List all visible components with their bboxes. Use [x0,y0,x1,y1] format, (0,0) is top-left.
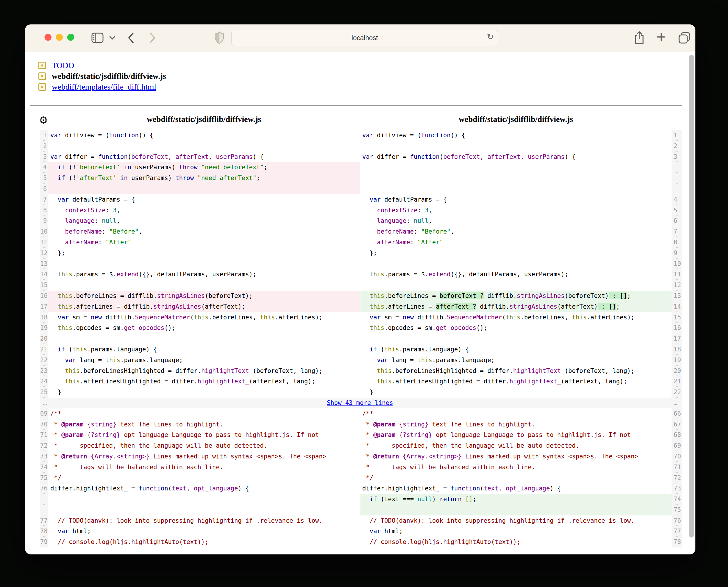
code-segment: "After" [417,239,443,246]
file-link-todo[interactable]: TODO [52,60,74,71]
code-segment: beforeName [65,228,102,235]
right-line-number: 3 [672,151,682,162]
code-segment: this [506,314,521,321]
scrollbar[interactable] [689,55,694,538]
code-segment: beforeName [377,228,414,235]
back-icon[interactable] [128,32,134,44]
code-segment [399,453,403,460]
code-segment: // TODO(danvk): look into suppressing hi… [50,517,323,524]
code-segment: .afterLinesHighlighted = differ. [392,378,509,385]
code-segment: this [58,271,72,278]
left-code-line [48,494,360,505]
code-segment: null [102,217,117,224]
code-segment: differ = [61,153,98,160]
desktop: { "browser": { "url": "localhost", "icon… [0,0,728,587]
chevron-down-icon[interactable] [109,36,115,40]
right-code-line: } [360,387,672,398]
code-segment [50,207,65,214]
code-segment: "Before" [109,228,138,235]
code-segment [362,239,377,246]
code-segment: */ [362,474,373,482]
left-code-line [48,259,360,269]
right-line-number: 4 [672,194,682,205]
right-code-line [360,141,672,151]
code-segment: "Before" [421,228,450,235]
code-segment: }; [50,250,65,257]
code-segment: stringAsLines [517,292,565,299]
code-segment: @param [61,431,84,438]
code-segment [117,174,120,182]
file-list-item: webdiff/static/jsdifflib/diffview.js [25,71,696,81]
address-bar[interactable]: localhost ↻ [231,30,498,46]
left-line-number: 15 [40,280,48,290]
left-line-number: 70 [40,419,48,430]
code-segment: defaultParams = { [69,196,135,203]
show-more-link[interactable]: Show 43 more lines [327,399,393,406]
shield-icon[interactable] [215,31,224,44]
sidebar-icon[interactable] [91,32,104,43]
left-code-line: // TODO(danvk): look into suppressing hi… [48,515,360,526]
code-segment: var [50,132,61,139]
code-segment: : [] [598,303,616,310]
left-code-line: this.beforeLines = difflib.stringAsLines… [48,290,360,301]
gear-icon[interactable]: ⚙ [39,115,48,125]
code-segment: Lines marked up with syntax <span>s. The… [150,453,326,460]
left-line-number: 75 [40,473,48,484]
file-list-item: TODO [25,60,696,71]
new-tab-icon[interactable]: + [656,29,667,44]
left-code-line: this.opcodes = sm.get_opcodes(); [48,323,360,333]
diff-row: 2017 [25,333,682,344]
code-segment: extend [117,271,139,278]
code-segment [362,303,369,310]
right-pane-title: webdiff/static/jsdifflib/diffview.js [360,115,672,124]
diff-row: 16 this.beforeLines = difflib.stringAsLi… [25,290,682,301]
code-segment [395,421,399,428]
code-segment: difflib. [102,314,135,321]
code-segment: * [362,453,373,460]
left-margin [25,194,40,205]
code-segment: ( [168,485,172,492]
right-line-number: 14 [672,301,682,312]
zoom-window-button[interactable] [67,34,74,41]
left-line-number: 7 [40,194,48,205]
code-segment: (beforeText); [205,292,253,299]
divider [30,105,682,106]
forward-icon[interactable] [149,32,156,44]
code-segment: difflib. [484,292,517,299]
diff-row: 71 * @param {?string} opt_language Langu… [25,430,682,440]
code-segment: } [362,389,373,396]
code-segment: this [65,378,80,385]
left-line-number: 9 [40,215,48,226]
left-margin [25,301,40,312]
code-segment: text, opt_language [172,485,238,492]
code-segment: : [414,228,421,235]
code-segment: null [417,496,432,503]
code-segment: opt_language Language to pass to highlig… [120,431,319,438]
code-segment: , [117,217,120,224]
code-segment: @param [373,431,395,438]
close-window-button[interactable] [45,34,51,41]
left-line-number: 8 [40,205,48,216]
right-code-line [360,280,672,290]
reload-icon[interactable]: ↻ [487,32,494,42]
code-segment [50,303,58,310]
code-segment [362,271,369,278]
code-segment: differ.highlightText_ = [50,485,138,492]
code-segment: beforeText, afterText, userParams [131,153,253,160]
left-code-line: beforeName: "Before", [48,226,360,237]
code-segment: Lines marked up with syntax <span>s. The… [461,453,638,460]
share-icon[interactable] [634,31,645,45]
code-segment: []; [461,496,476,503]
code-segment: (afterText) [557,303,598,310]
code-segment: in [120,174,128,182]
code-segment: ) { [253,153,264,160]
tab-overview-icon[interactable] [678,31,691,44]
code-segment: .params.language; [432,357,495,363]
diff-row: 9 language: null, language: null,6 [25,215,682,226]
file-link-file-diff[interactable]: webdiff/templates/file_diff.html [52,81,156,92]
left-line-number: 73 [40,451,48,462]
minimize-window-button[interactable] [56,34,63,41]
code-segment: afterName [377,239,410,246]
left-code-line: * specified, then the language will be a… [48,440,360,451]
code-segment: lang = [76,357,106,363]
